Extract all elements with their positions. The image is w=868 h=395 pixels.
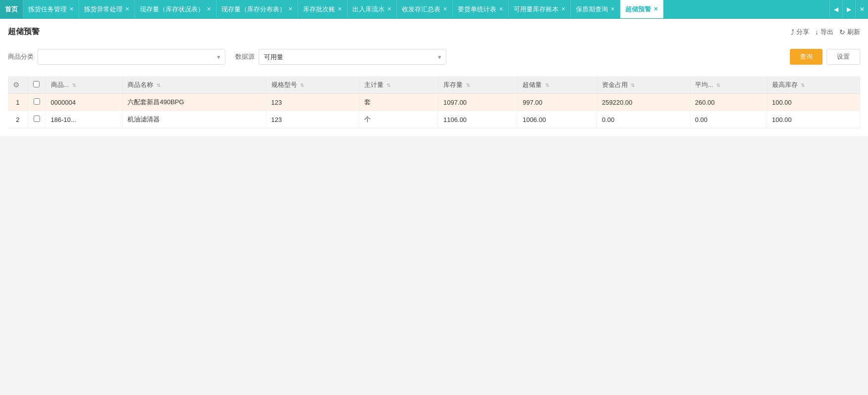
col-capital-label: 资金占用 bbox=[602, 81, 628, 88]
nav-stock-dist[interactable]: 现存量（库存分布表） ✕ bbox=[217, 0, 298, 19]
nav-recv-summary-close[interactable]: ✕ bbox=[443, 6, 447, 12]
nav-arrow-right[interactable]: ▶ bbox=[842, 0, 855, 19]
filter-actions: 查询 设置 bbox=[790, 49, 860, 65]
filter-datasource: 数据源 可用量 实际库存 bbox=[235, 49, 446, 65]
row-capital: 0.00 bbox=[597, 111, 690, 128]
col-max[interactable]: 最高库存 ⇅ bbox=[767, 77, 860, 94]
nav-over-stock[interactable]: 超储预警 ✕ bbox=[620, 0, 663, 19]
data-table: ⚙ 商品... ⇅ 商品名称 ⇅ 规格型号 ⇅ 主计量 bbox=[8, 77, 860, 128]
share-icon: ⤴ bbox=[791, 28, 794, 36]
nav-pick-task-close[interactable]: ✕ bbox=[69, 6, 74, 12]
nav-avail-book[interactable]: 可用量库存账本 ✕ bbox=[509, 0, 571, 19]
row-spec: 123 bbox=[266, 111, 359, 128]
nav-recv-summary[interactable]: 收发存汇总表 ✕ bbox=[397, 0, 453, 19]
nav-pick-exception[interactable]: 拣货异常处理 ✕ bbox=[79, 0, 135, 19]
sort-name-icon: ⇅ bbox=[157, 82, 161, 88]
row-unit: 个 bbox=[359, 111, 438, 128]
export-label: 导出 bbox=[821, 28, 833, 37]
nav-stock-status-label: 现存量（库存状况表） bbox=[140, 5, 204, 14]
nav-stock-status[interactable]: 现存量（库存状况表） ✕ bbox=[135, 0, 217, 19]
sort-unit-icon: ⇅ bbox=[387, 82, 391, 88]
nav-batch-account[interactable]: 库存批次账 ✕ bbox=[298, 0, 347, 19]
col-max-label: 最高库存 bbox=[772, 81, 798, 88]
datasource-select-wrapper: 可用量 实际库存 bbox=[259, 49, 446, 65]
datasource-label: 数据源 bbox=[235, 52, 255, 61]
col-spec-label: 规格型号 bbox=[271, 81, 297, 88]
row-seq: 2 bbox=[8, 111, 28, 128]
row-seq: 1 bbox=[8, 94, 28, 111]
row-checkbox-cell[interactable] bbox=[28, 94, 45, 111]
sort-code-icon: ⇅ bbox=[72, 82, 76, 88]
category-label: 商品分类 bbox=[8, 52, 34, 61]
nav-inout-flow-label: 出入库流水 bbox=[352, 5, 385, 14]
nav-pick-exception-close[interactable]: ✕ bbox=[125, 6, 130, 12]
nav-avail-book-label: 可用量库存账本 bbox=[514, 5, 559, 14]
nav-stock-dist-label: 现存量（库存分布表） bbox=[221, 5, 286, 14]
col-spec[interactable]: 规格型号 ⇅ bbox=[266, 77, 359, 94]
nav-pick-task[interactable]: 拣货任务管理 ✕ bbox=[23, 0, 79, 19]
nav-over-stock-close[interactable]: ✕ bbox=[653, 6, 658, 12]
nav-pick-task-label: 拣货任务管理 bbox=[28, 5, 67, 14]
col-gear[interactable]: ⚙ bbox=[8, 77, 28, 94]
sort-avg-icon: ⇅ bbox=[716, 82, 720, 88]
col-name-label: 商品名称 bbox=[128, 81, 153, 88]
col-name[interactable]: 商品名称 ⇅ bbox=[123, 77, 266, 94]
nav-shelf-life-close[interactable]: ✕ bbox=[610, 6, 615, 12]
nav-shelf-life-label: 保质期查询 bbox=[576, 5, 608, 14]
col-avg[interactable]: 平均... ⇅ bbox=[690, 77, 767, 94]
row-max: 100.00 bbox=[767, 111, 860, 128]
settings-button[interactable]: 设置 bbox=[826, 49, 860, 65]
nav-stock-dist-close[interactable]: ✕ bbox=[288, 6, 293, 12]
select-all-checkbox[interactable] bbox=[33, 81, 40, 87]
table-header-row: ⚙ 商品... ⇅ 商品名称 ⇅ 规格型号 ⇅ 主计量 bbox=[8, 77, 860, 94]
nav-recv-summary-label: 收发存汇总表 bbox=[402, 5, 440, 14]
col-unit-label: 主计量 bbox=[364, 81, 384, 88]
nav-batch-account-label: 库存批次账 bbox=[303, 5, 335, 14]
row-stock: 1106.00 bbox=[438, 111, 518, 128]
col-unit[interactable]: 主计量 ⇅ bbox=[359, 77, 438, 94]
row-over: 997.00 bbox=[518, 94, 597, 111]
export-icon: ↓ bbox=[815, 28, 819, 36]
nav-order-stat[interactable]: 要货单统计表 ✕ bbox=[453, 0, 509, 19]
row-stock: 1097.00 bbox=[438, 94, 518, 111]
top-navigation: 首页 拣货任务管理 ✕ 拣货异常处理 ✕ 现存量（库存状况表） ✕ 现存量（库存… bbox=[0, 0, 868, 19]
nav-batch-account-close[interactable]: ✕ bbox=[338, 6, 342, 12]
col-select-all[interactable] bbox=[28, 77, 45, 94]
nav-arrow-close-all[interactable]: ✕ bbox=[855, 0, 868, 19]
row-name: 机油滤清器 bbox=[123, 111, 266, 128]
row-max: 100.00 bbox=[767, 94, 860, 111]
nav-home[interactable]: 首页 bbox=[0, 0, 23, 19]
nav-order-stat-close[interactable]: ✕ bbox=[499, 6, 503, 12]
category-select[interactable] bbox=[38, 49, 225, 65]
nav-inout-flow[interactable]: 出入库流水 ✕ bbox=[347, 0, 397, 19]
gear-icon[interactable]: ⚙ bbox=[13, 80, 19, 89]
col-stock-label: 库存量 bbox=[443, 81, 463, 88]
nav-stock-status-close[interactable]: ✕ bbox=[207, 6, 211, 12]
row-capital: 259220.00 bbox=[597, 94, 690, 111]
category-select-wrapper bbox=[38, 49, 225, 65]
nav-arrow-left[interactable]: ◀ bbox=[829, 0, 842, 19]
datasource-select[interactable]: 可用量 实际库存 bbox=[259, 49, 446, 65]
row-checkbox-cell[interactable] bbox=[28, 111, 45, 128]
row-checkbox[interactable] bbox=[34, 98, 40, 105]
query-button[interactable]: 查询 bbox=[790, 49, 823, 65]
sort-over-icon: ⇅ bbox=[545, 82, 549, 88]
col-stock[interactable]: 库存量 ⇅ bbox=[438, 77, 518, 94]
col-over-label: 超储量 bbox=[522, 81, 542, 88]
row-checkbox[interactable] bbox=[34, 116, 40, 122]
row-code: 186-10... bbox=[45, 111, 123, 128]
nav-inout-flow-close[interactable]: ✕ bbox=[387, 6, 391, 12]
col-over[interactable]: 超储量 ⇅ bbox=[518, 77, 597, 94]
sort-stock-icon: ⇅ bbox=[466, 82, 470, 88]
export-button[interactable]: ↓ 导出 bbox=[815, 28, 833, 37]
col-code[interactable]: 商品... ⇅ bbox=[45, 77, 123, 94]
nav-avail-book-close[interactable]: ✕ bbox=[561, 6, 565, 12]
row-avg: 260.00 bbox=[690, 94, 767, 111]
nav-shelf-life[interactable]: 保质期查询 ✕ bbox=[571, 0, 620, 19]
col-capital[interactable]: 资金占用 ⇅ bbox=[597, 77, 690, 94]
nav-over-stock-label: 超储预警 bbox=[625, 5, 651, 14]
nav-home-label: 首页 bbox=[5, 5, 18, 14]
refresh-button[interactable]: ↻ 刷新 bbox=[839, 28, 860, 37]
nav-arrow-group: ◀ ▶ ✕ bbox=[829, 0, 868, 19]
share-button[interactable]: ⤴ 分享 bbox=[791, 28, 809, 37]
